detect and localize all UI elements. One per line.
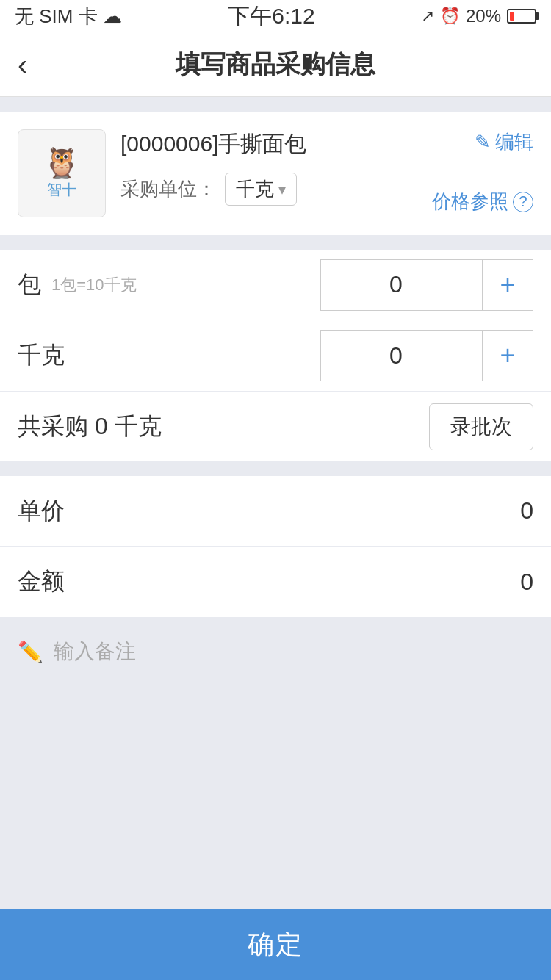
status-bar: 无 SIM 卡 ☁ 下午6:12 ↗ ⏰ 20% [0,0,551,32]
summary-value: 0 [95,413,108,439]
product-card: 🦉 智十 [0000006]手撕面包 采购单位： 千克 ▾ ✎ 编辑 价格参照 … [0,112,551,235]
unit-selector[interactable]: 千克 ▾ [225,173,297,206]
bao-plus-button[interactable]: + [482,259,533,311]
edit-button[interactable]: ✎ 编辑 [475,129,533,155]
pencil-icon: ✏️ [18,640,43,664]
unit-label: 采购单位： [120,176,216,202]
note-placeholder: 输入备注 [54,638,136,666]
bao-quantity-input[interactable] [320,259,482,311]
note-section[interactable]: ✏️ 输入备注 [0,617,551,686]
product-name: [0000006]手撕面包 [120,129,533,159]
unit-price-row: 单价 0 [0,476,551,547]
page-title: 填写商品采购信息 [176,48,375,82]
status-left: 无 SIM 卡 ☁ [15,4,122,29]
price-ref-label: 价格参照 [432,189,508,215]
kg-input-row: 千克 + [0,320,551,391]
edit-icon: ✎ [475,131,491,154]
kg-plus-button[interactable]: + [482,330,533,381]
help-icon: ? [513,192,533,212]
unit-dropdown-icon: ▾ [278,181,286,198]
product-image: 🦉 智十 [18,129,106,217]
edit-label: 编辑 [495,129,533,155]
amount-value: 0 [520,569,533,596]
summary-unit: 千克 [115,413,162,439]
unit-price-label: 单价 [18,495,65,527]
amount-label: 金额 [18,566,65,598]
back-button[interactable]: ‹ [18,50,27,79]
price-ref-button[interactable]: 价格参照 ? [432,189,533,215]
product-logo: 🦉 [43,148,80,177]
kg-quantity-input[interactable] [320,330,482,381]
price-section: 单价 0 金额 0 [0,476,551,617]
bao-label: 包 1包=10千克 [18,269,137,301]
amount-row: 金额 0 [0,547,551,617]
nav-bar: ‹ 填写商品采购信息 [0,32,551,97]
bao-sublabel: 1包=10千克 [51,274,137,296]
product-logo-text: 智十 [47,180,76,200]
status-right: ↗ ⏰ 20% [421,6,536,26]
confirm-button[interactable]: 确定 [0,909,551,980]
summary-text: 共采购 0 千克 [18,411,162,443]
section-separator-3 [0,461,551,476]
unit-value: 千克 [236,176,274,202]
status-time: 下午6:12 [228,1,314,32]
section-separator-2 [0,235,551,250]
unit-price-value: 0 [520,497,533,525]
sim-status: 无 SIM 卡 ☁ [15,4,122,29]
summary-row: 共采购 0 千克 录批次 [0,391,551,461]
battery-percent: 20% [466,6,501,26]
bao-input-right: + [320,259,533,311]
alarm-icon: ⏰ [440,7,460,26]
location-icon: ↗ [421,7,434,26]
section-separator-top [0,97,551,112]
summary-label: 共采购 [18,413,88,439]
kg-input-right: + [320,330,533,381]
bao-input-row: 包 1包=10千克 + [0,250,551,320]
input-section: 包 1包=10千克 + 千克 + [0,250,551,391]
kg-label: 千克 [18,339,65,372]
record-batch-button[interactable]: 录批次 [429,403,533,450]
battery-icon [507,9,536,24]
